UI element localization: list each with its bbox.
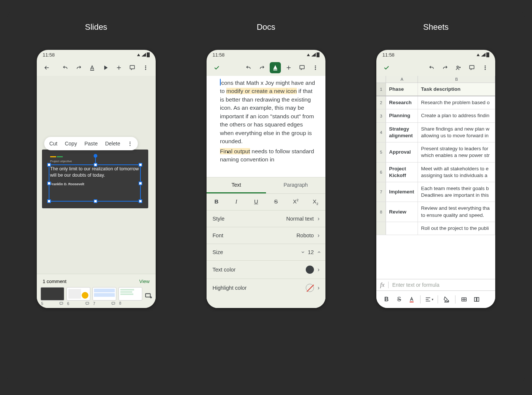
cell-desc[interactable]: Task description	[418, 83, 495, 96]
row-number[interactable]: 5	[376, 142, 386, 162]
slide-canvas[interactable]: Project objective The only limit to our …	[42, 150, 148, 208]
cell-desc[interactable]: Meet with all stakeholders to e assignin…	[418, 163, 495, 182]
selection-box[interactable]	[49, 164, 141, 202]
cell-desc[interactable]: Present strategy to leaders for which en…	[418, 142, 495, 162]
comment-count[interactable]: 1 comment	[43, 279, 66, 284]
cell-phase[interactable]	[386, 222, 418, 235]
more-icon[interactable]	[140, 62, 151, 73]
ctx-paste[interactable]: Paste	[84, 141, 98, 147]
slide-thumb[interactable]	[40, 287, 64, 301]
cell-format-icon[interactable]	[458, 294, 470, 305]
row-number[interactable]: 6	[376, 163, 386, 182]
table-row[interactable]: 7ImplementEach team meets their goals b …	[376, 182, 495, 202]
comment-icon[interactable]	[296, 62, 308, 73]
subscript-button[interactable]: X2	[306, 194, 325, 210]
wifi-icon	[307, 54, 310, 56]
cell-phase[interactable]: Phase	[386, 83, 418, 96]
fill-color-icon[interactable]	[441, 294, 452, 305]
row-number[interactable]: 2	[376, 96, 386, 109]
add-icon[interactable]	[283, 62, 294, 73]
back-icon[interactable]	[41, 62, 52, 73]
strike-button[interactable]: S	[266, 194, 286, 210]
text-color-icon[interactable]	[406, 294, 417, 305]
cell-phase[interactable]: Implement	[386, 182, 418, 202]
row-number[interactable]: 3	[376, 109, 386, 122]
cell-phase[interactable]: Review	[386, 202, 418, 221]
row-number[interactable]	[376, 222, 386, 235]
table-row[interactable]: 8ReviewReview and test everything tha to…	[376, 202, 495, 222]
superscript-button[interactable]: X2	[286, 194, 305, 210]
comment-icon[interactable]	[466, 62, 477, 73]
table-row[interactable]: 6Project KickoffMeet with all stakeholde…	[376, 163, 495, 182]
table-row[interactable]: 1PhaseTask description	[376, 83, 495, 96]
spreadsheet-grid[interactable]: A B 1PhaseTask description2ResearchResea…	[376, 76, 495, 279]
slide-thumb[interactable]	[93, 287, 116, 301]
undo-icon[interactable]	[60, 62, 71, 73]
fx-input[interactable]: Enter text or formula	[392, 282, 439, 288]
cell-phase[interactable]: Planning	[386, 109, 418, 122]
table-row[interactable]: 4Strategy alignmentShare findings and ne…	[376, 123, 495, 142]
row-number[interactable]: 8	[376, 202, 386, 221]
underline-button[interactable]: U	[246, 194, 266, 210]
more-icon[interactable]	[480, 62, 491, 73]
done-check-icon[interactable]	[381, 62, 392, 73]
cell-phase[interactable]: Research	[386, 96, 418, 109]
col-header-b[interactable]: B	[418, 76, 495, 83]
view-link[interactable]: View	[139, 279, 150, 284]
cell-desc[interactable]: Each team meets their goals b Deadlines …	[418, 182, 495, 202]
cell-phase[interactable]: Approval	[386, 142, 418, 162]
tab-paragraph[interactable]: Paragraph	[266, 177, 325, 193]
done-check-icon[interactable]	[211, 62, 222, 73]
ctx-copy[interactable]: Copy	[65, 141, 77, 147]
sheets-format-toolbar: B S ▾	[376, 290, 495, 308]
style-row[interactable]: Style Normal text›	[207, 210, 325, 227]
document-text[interactable]: icons that Math x Joy might have and to …	[207, 76, 325, 177]
cell-desc[interactable]: Share findings and new plan w allowing u…	[418, 123, 495, 142]
cell-desc[interactable]: Research the problem based o	[418, 96, 495, 109]
font-row[interactable]: Font Roboto›	[207, 227, 325, 244]
size-increase-icon[interactable]: ›	[315, 251, 322, 253]
ctx-cut[interactable]: Cut	[49, 141, 58, 147]
slide-thumb[interactable]	[119, 287, 142, 301]
slide-thumb[interactable]	[66, 287, 90, 301]
table-row[interactable]: Roll out the project to the publi	[376, 222, 495, 235]
ctx-more-icon[interactable]: ⋮	[127, 141, 133, 147]
text-color-row[interactable]: Text color ›	[207, 260, 325, 279]
redo-icon[interactable]	[439, 62, 451, 73]
share-icon[interactable]	[453, 62, 464, 73]
ctx-delete[interactable]: Delete	[105, 141, 120, 147]
col-header-a[interactable]: A	[386, 76, 418, 83]
text-format-active-icon[interactable]	[270, 62, 281, 73]
undo-icon[interactable]	[243, 62, 254, 73]
table-row[interactable]: 3PlanningCreate a plan to address findin	[376, 109, 495, 122]
add-slide-icon[interactable]	[145, 290, 153, 301]
align-icon[interactable]: ▾	[424, 294, 435, 305]
table-row[interactable]: 5ApprovalPresent strategy to leaders for…	[376, 142, 495, 162]
undo-icon[interactable]	[426, 62, 437, 73]
row-number[interactable]: 1	[376, 83, 386, 96]
redo-icon[interactable]	[256, 62, 267, 73]
cell-desc[interactable]: Create a plan to address findin	[418, 109, 495, 122]
tab-text[interactable]: Text	[207, 177, 266, 193]
cell-desc[interactable]: Review and test everything tha to ensure…	[418, 202, 495, 221]
text-format-icon[interactable]	[87, 62, 98, 73]
highlight-color-row[interactable]: Highlight color ›	[207, 279, 325, 297]
cell-desc[interactable]: Roll out the project to the publi	[418, 222, 495, 235]
row-number[interactable]: 7	[376, 182, 386, 202]
bold-button[interactable]: B	[381, 294, 392, 305]
italic-button[interactable]: I	[226, 194, 246, 210]
row-number[interactable]: 4	[376, 123, 386, 142]
more-icon[interactable]	[310, 62, 321, 73]
cell-phase[interactable]: Strategy alignment	[386, 123, 418, 142]
comment-icon[interactable]	[127, 62, 138, 73]
bold-button[interactable]: B	[207, 194, 226, 210]
merge-icon[interactable]	[471, 294, 482, 305]
add-icon[interactable]	[113, 62, 124, 73]
table-row[interactable]: 2ResearchResearch the problem based o	[376, 96, 495, 109]
formula-bar[interactable]: fx Enter text or formula	[376, 279, 495, 290]
cell-phase[interactable]: Project Kickoff	[386, 163, 418, 182]
redo-icon[interactable]	[73, 62, 84, 73]
strike-button[interactable]: S	[393, 294, 405, 305]
size-decrease-icon[interactable]: ›	[300, 251, 306, 253]
present-icon[interactable]	[100, 62, 111, 73]
